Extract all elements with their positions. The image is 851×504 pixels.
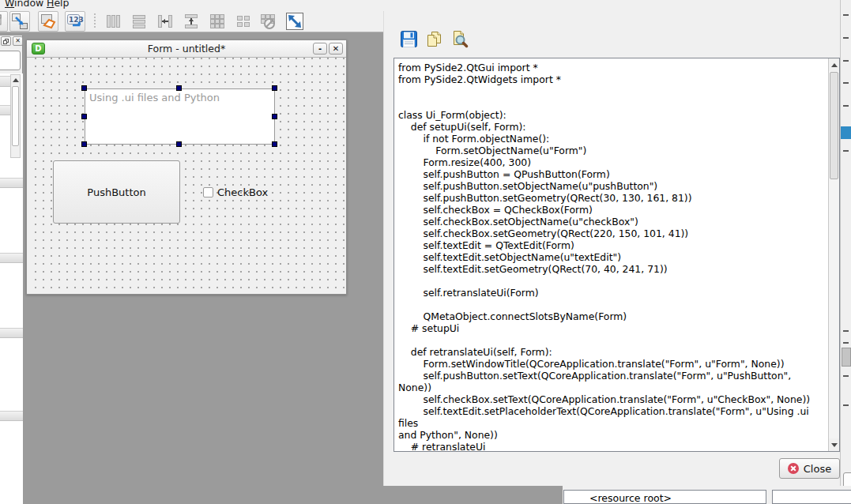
view-code-dialog: from PySide2.QtGui import * from PySide2… (383, 11, 840, 486)
close-button[interactable]: Close (779, 458, 840, 479)
copy-icon[interactable] (424, 28, 444, 49)
textedit-widget[interactable]: Using .ui files and Python (85, 88, 275, 145)
right-panel-selection (841, 126, 851, 139)
selection-handle-mid-right[interactable] (272, 114, 277, 119)
layout-vertical-splitter-icon (181, 11, 201, 32)
form-window-title: Form - untitled* (27, 43, 346, 55)
find-icon[interactable] (449, 28, 469, 49)
selection-handle-top-left[interactable] (81, 85, 87, 91)
adjust-size-icon[interactable] (284, 11, 305, 32)
selection-handle-top-mid[interactable] (176, 85, 182, 91)
menu-window[interactable]: Window (5, 0, 43, 9)
checkbox-label: CheckBox (217, 186, 268, 198)
widget-list-scrollbar[interactable] (10, 74, 21, 158)
edit-tab-order-icon[interactable]: 123 (65, 11, 85, 32)
widget-list[interactable] (0, 73, 23, 504)
layout-vertically-icon (129, 11, 149, 32)
layout-grid-icon (207, 11, 228, 32)
widget-filter-input[interactable] (0, 51, 21, 70)
right-panel-scroll-thumb[interactable] (842, 348, 851, 367)
generated-code[interactable]: from PySide2.QtGui import * from PySide2… (394, 58, 828, 451)
right-panel-edge (840, 0, 851, 504)
edit-buddies-icon[interactable] (38, 11, 58, 32)
save-icon[interactable] (398, 28, 419, 49)
form-window-titlebar[interactable]: D Form - untitled* - ✕ (27, 40, 346, 58)
svg-text:123: 123 (69, 16, 84, 24)
form-canvas[interactable]: Using .ui files and Python PushButton Ch… (28, 58, 345, 294)
form-editor-window: D Form - untitled* - ✕ Using .ui files a… (26, 39, 347, 295)
resource-detail-box[interactable] (772, 490, 851, 504)
edit-signals-slots-icon[interactable] (0, 11, 8, 32)
code-view-frame: from PySide2.QtGui import * from PySide2… (393, 58, 840, 452)
resource-browser-panel: <resource root> (563, 486, 851, 504)
panel-close-icon[interactable]: ✕ (13, 36, 23, 46)
break-layout-icon (258, 11, 278, 32)
menu-bar: Window Help (0, 0, 851, 10)
close-circle-icon (788, 463, 799, 474)
toolbar-separator (94, 13, 96, 28)
scroll-down-icon[interactable] (829, 438, 839, 451)
layout-horizontal-splitter-icon (155, 11, 175, 32)
widget-box-panel: ✕ (0, 36, 23, 504)
scroll-up-icon[interactable] (13, 78, 19, 82)
scrollbar-thumb[interactable] (830, 72, 838, 179)
layout-horizontally-icon (103, 11, 123, 32)
send-to-back-icon[interactable] (9, 11, 30, 32)
selection-handle-bottom-mid[interactable] (176, 141, 182, 147)
resource-tree[interactable]: <resource root> (563, 490, 766, 504)
selection-handle-bottom-left[interactable] (81, 141, 87, 147)
selection-handle-bottom-right[interactable] (272, 141, 277, 147)
pushbutton-widget[interactable]: PushButton (53, 160, 180, 224)
selection-handle-top-right[interactable] (272, 85, 277, 91)
code-scrollbar[interactable] (828, 58, 839, 451)
menu-help[interactable]: Help (47, 0, 70, 9)
checkbox-widget[interactable]: CheckBox (203, 176, 283, 209)
resource-root-item[interactable]: <resource root> (589, 492, 672, 504)
panel-float-icon[interactable] (1, 36, 11, 46)
layout-form-icon (233, 11, 254, 32)
checkbox-indicator[interactable] (203, 187, 213, 197)
form-close-button[interactable]: ✕ (329, 43, 343, 55)
close-button-label: Close (804, 463, 831, 475)
qt-designer-window: Window Help 123 (0, 0, 851, 504)
scroll-up-icon[interactable] (829, 58, 839, 71)
selection-handle-mid-left[interactable] (81, 114, 87, 119)
form-minimize-button[interactable]: - (313, 43, 327, 55)
